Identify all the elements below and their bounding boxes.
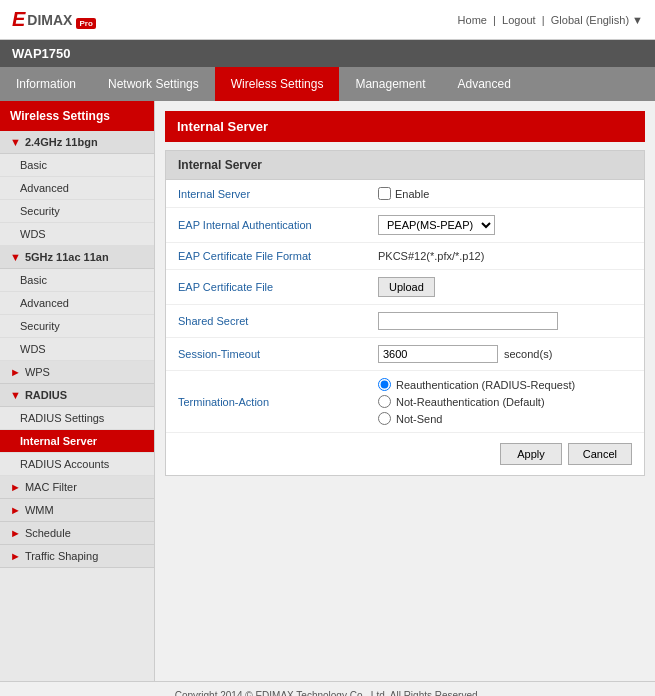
sidebar-group-wps-label: WPS: [25, 366, 50, 378]
arrow-icon-wps: ►: [10, 366, 21, 378]
apply-button[interactable]: Apply: [500, 443, 562, 465]
shared-secret-value: [378, 312, 632, 330]
logo-pro-badge: Pro: [76, 18, 95, 29]
arrow-icon-radius: ▼: [10, 389, 21, 401]
session-timeout-value: second(s): [378, 345, 632, 363]
language-selector[interactable]: Global (English): [551, 14, 629, 26]
sidebar-group-wmm-label: WMM: [25, 504, 54, 516]
sidebar-group-5ghz[interactable]: ▼ 5GHz 11ac 11an: [0, 246, 154, 269]
session-timeout-label: Session-Timeout: [178, 348, 378, 360]
upload-button[interactable]: Upload: [378, 277, 435, 297]
sidebar-group-radius-label: RADIUS: [25, 389, 67, 401]
termination-label: Termination-Action: [178, 396, 378, 408]
arrow-icon-traffic: ►: [10, 550, 21, 562]
nav-wireless-settings[interactable]: Wireless Settings: [215, 67, 340, 101]
termination-option-2[interactable]: Not-Reauthentication (Default): [378, 395, 575, 408]
logo: E DIMAX Pro: [12, 8, 96, 31]
sidebar-group-2ghz-label: 2.4GHz 11bgn: [25, 136, 98, 148]
action-buttons: Apply Cancel: [166, 433, 644, 475]
sidebar-group-2ghz[interactable]: ▼ 2.4GHz 11bgn: [0, 131, 154, 154]
footer-text: Copyright 2014 © EDIMAX Technology Co., …: [175, 690, 481, 696]
termination-radio-2[interactable]: [378, 395, 391, 408]
termination-option-1-label: Reauthentication (RADIUS-Request): [396, 379, 575, 391]
termination-radio-3[interactable]: [378, 412, 391, 425]
internal-server-label: Internal Server: [178, 188, 378, 200]
main-layout: Wireless Settings ▼ 2.4GHz 11bgn Basic A…: [0, 101, 655, 681]
enable-text: Enable: [395, 188, 429, 200]
sidebar-group-wps[interactable]: ► WPS: [0, 361, 154, 384]
sidebar-item-radius-accounts[interactable]: RADIUS Accounts: [0, 453, 154, 476]
termination-radio-1[interactable]: [378, 378, 391, 391]
content: Internal Server Internal Server Internal…: [155, 101, 655, 681]
sidebar-header: Wireless Settings: [0, 101, 154, 131]
termination-value: Reauthentication (RADIUS-Request) Not-Re…: [378, 378, 632, 425]
cert-file-value: Upload: [378, 277, 632, 297]
sidebar-group-mac[interactable]: ► MAC Filter: [0, 476, 154, 499]
eap-auth-label: EAP Internal Authentication: [178, 219, 378, 231]
logo-text: DIMAX: [27, 12, 72, 28]
termination-radio-group: Reauthentication (RADIUS-Request) Not-Re…: [378, 378, 575, 425]
sidebar-group-traffic-label: Traffic Shaping: [25, 550, 98, 562]
form-row-cert-file: EAP Certificate File Upload: [166, 270, 644, 305]
sidebar-group-5ghz-label: 5GHz 11ac 11an: [25, 251, 109, 263]
session-timeout-input[interactable]: [378, 345, 498, 363]
footer: Copyright 2014 © EDIMAX Technology Co., …: [0, 681, 655, 696]
sidebar-item-5ghz-wds[interactable]: WDS: [0, 338, 154, 361]
section-title: Internal Server: [166, 151, 644, 180]
eap-auth-value: PEAP(MS-PEAP): [378, 215, 632, 235]
sidebar-group-schedule[interactable]: ► Schedule: [0, 522, 154, 545]
eap-auth-select[interactable]: PEAP(MS-PEAP): [378, 215, 495, 235]
arrow-icon: ▼: [10, 136, 21, 148]
header-links: Home | Logout | Global (English) ▼: [458, 14, 643, 26]
arrow-icon-mac: ►: [10, 481, 21, 493]
arrow-icon-5ghz: ▼: [10, 251, 21, 263]
form-row-eap-auth: EAP Internal Authentication PEAP(MS-PEAP…: [166, 208, 644, 243]
enable-checkbox[interactable]: [378, 187, 391, 200]
header: E DIMAX Pro Home | Logout | Global (Engl…: [0, 0, 655, 40]
termination-option-3-label: Not-Send: [396, 413, 442, 425]
sidebar-item-2ghz-wds[interactable]: WDS: [0, 223, 154, 246]
cert-file-label: EAP Certificate File: [178, 281, 378, 293]
sidebar: Wireless Settings ▼ 2.4GHz 11bgn Basic A…: [0, 101, 155, 681]
sidebar-group-radius[interactable]: ▼ RADIUS: [0, 384, 154, 407]
device-name: WAP1750: [12, 46, 71, 61]
nav-management[interactable]: Management: [339, 67, 441, 101]
sidebar-item-2ghz-advanced[interactable]: Advanced: [0, 177, 154, 200]
sidebar-item-5ghz-basic[interactable]: Basic: [0, 269, 154, 292]
cert-format-label: EAP Certificate File Format: [178, 250, 378, 262]
shared-secret-input[interactable]: [378, 312, 558, 330]
nav-information[interactable]: Information: [0, 67, 92, 101]
sidebar-item-radius-settings[interactable]: RADIUS Settings: [0, 407, 154, 430]
shared-secret-label: Shared Secret: [178, 315, 378, 327]
nav-network-settings[interactable]: Network Settings: [92, 67, 215, 101]
form-row-session-timeout: Session-Timeout second(s): [166, 338, 644, 371]
form-row-shared-secret: Shared Secret: [166, 305, 644, 338]
termination-option-3[interactable]: Not-Send: [378, 412, 575, 425]
form-row-cert-format: EAP Certificate File Format PKCS#12(*.pf…: [166, 243, 644, 270]
seconds-label: second(s): [504, 348, 552, 360]
sidebar-item-internal-server[interactable]: Internal Server: [0, 430, 154, 453]
termination-option-2-label: Not-Reauthentication (Default): [396, 396, 545, 408]
cert-format-value: PKCS#12(*.pfx/*.p12): [378, 250, 632, 262]
sidebar-group-wmm[interactable]: ► WMM: [0, 499, 154, 522]
arrow-icon-schedule: ►: [10, 527, 21, 539]
device-bar: WAP1750: [0, 40, 655, 67]
sidebar-item-2ghz-security[interactable]: Security: [0, 200, 154, 223]
sidebar-item-5ghz-security[interactable]: Security: [0, 315, 154, 338]
page-title: Internal Server: [165, 111, 645, 142]
nav-bar: Information Network Settings Wireless Se…: [0, 67, 655, 101]
home-link[interactable]: Home: [458, 14, 487, 26]
nav-advanced[interactable]: Advanced: [441, 67, 526, 101]
form-row-internal-server: Internal Server Enable: [166, 180, 644, 208]
logout-link[interactable]: Logout: [502, 14, 536, 26]
sidebar-group-traffic[interactable]: ► Traffic Shaping: [0, 545, 154, 568]
internal-server-value: Enable: [378, 187, 632, 200]
section-box: Internal Server Internal Server Enable E…: [165, 150, 645, 476]
sidebar-item-2ghz-basic[interactable]: Basic: [0, 154, 154, 177]
termination-option-1[interactable]: Reauthentication (RADIUS-Request): [378, 378, 575, 391]
sidebar-group-schedule-label: Schedule: [25, 527, 71, 539]
sidebar-item-5ghz-advanced[interactable]: Advanced: [0, 292, 154, 315]
arrow-icon-wmm: ►: [10, 504, 21, 516]
enable-checkbox-label[interactable]: Enable: [378, 187, 429, 200]
cancel-button[interactable]: Cancel: [568, 443, 632, 465]
